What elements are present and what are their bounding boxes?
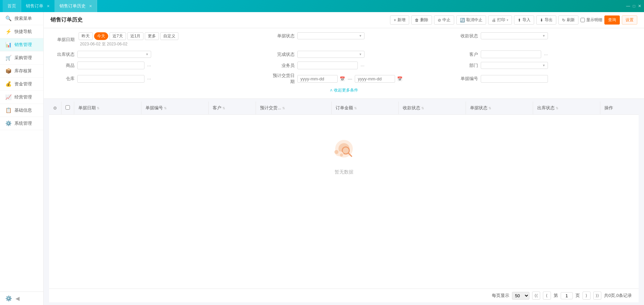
data-table: ⚙ 单据日期 ⇅ <box>49 102 639 115</box>
delete-label: 删除 <box>420 17 428 23</box>
date-yesterday-btn[interactable]: 昨天 <box>79 32 93 40</box>
settings-button[interactable]: 设置 <box>622 15 637 25</box>
tab-sales-order-close[interactable]: ✕ <box>47 4 50 8</box>
th-order-amount-label: 订单金额 <box>336 105 353 111</box>
th-customer-sort[interactable]: 客户 ⇅ <box>213 105 252 111</box>
sidebar-item-inventory[interactable]: 📦 库存核算 <box>0 65 43 78</box>
th-doc-number-sort[interactable]: 单据编号 ⇅ <box>145 105 204 111</box>
warehouse-dots-btn[interactable]: ··· <box>144 75 154 82</box>
th-delivery-date: 预计交货... ⇅ <box>256 102 331 115</box>
salesperson-input[interactable] <box>297 62 358 69</box>
th-checkbox <box>61 102 74 115</box>
page-header: 销售订单历史 + 新增 🗑 删除 ⊘ 中止 🔄 取消中止 <box>44 12 644 28</box>
delivery-status-select[interactable]: ▾ <box>77 51 151 58</box>
last-page-btn[interactable]: ⟩⟩ <box>593 292 601 300</box>
date-more-btn[interactable]: 更多 <box>145 32 159 40</box>
th-payment-status-sort[interactable]: 收款状态 ⇅ <box>403 105 462 111</box>
doc-number-sort-icon: ⇅ <box>164 106 167 110</box>
table-settings-icon[interactable]: ⚙ <box>53 106 57 111</box>
sidebar-item-capital-label: 资金管理 <box>14 81 32 87</box>
department-chevron: ▾ <box>543 63 545 68</box>
sidebar-item-quick-nav[interactable]: ⚡ 快捷导航 <box>0 25 43 38</box>
goods-dots-btn[interactable]: ··· <box>144 62 154 69</box>
payment-status-select[interactable]: ▾ <box>481 32 548 39</box>
calendar-end-icon[interactable]: 📅 <box>397 76 402 81</box>
th-doc-date-sort[interactable]: 单据日期 ⇅ <box>78 105 137 111</box>
cancel-stop-button[interactable]: 🔄 取消中止 <box>456 15 486 25</box>
stop-button[interactable]: ⊘ 中止 <box>434 15 454 25</box>
tab-list: 首页 销售订单 ✕ 销售订单历史 ✕ <box>3 0 97 12</box>
tab-sales-order[interactable]: 销售订单 ✕ <box>21 0 55 12</box>
date-today-btn[interactable]: 今天 <box>94 32 108 40</box>
sidebar-item-system[interactable]: ⚙️ 系统管理 <box>0 117 43 130</box>
delivery-date-end[interactable] <box>355 75 395 83</box>
doc-number-input[interactable] <box>481 75 548 83</box>
doc-status-select[interactable]: ▾ <box>297 32 364 39</box>
customer-dots-btn[interactable]: ··· <box>541 51 551 58</box>
delete-button[interactable]: 🗑 删除 <box>411 15 432 25</box>
delivery-date-start[interactable] <box>297 75 338 83</box>
import-button[interactable]: ⬆ 导入 <box>514 15 534 25</box>
date-7days-btn[interactable]: 近7天 <box>110 32 126 40</box>
salesperson-dots-btn[interactable]: ··· <box>358 62 367 69</box>
tab-sales-order-history-close[interactable]: ✕ <box>89 4 92 8</box>
customer-input[interactable] <box>481 50 541 58</box>
date-custom-btn[interactable]: 自定义 <box>160 32 178 40</box>
page-size-select[interactable]: 50 10 20 100 <box>512 292 529 300</box>
basic-info-icon: 📋 <box>5 107 12 113</box>
th-order-amount-sort[interactable]: 订单金额 ⇅ <box>336 105 394 111</box>
refresh-button[interactable]: ↻ 刷新 <box>558 15 578 25</box>
sidebar-item-purchase-mgmt[interactable]: 🛒 采购管理 <box>0 51 43 65</box>
goods-input[interactable] <box>77 62 144 69</box>
export-button[interactable]: ⬇ 导出 <box>536 15 556 25</box>
new-label: 新增 <box>397 17 405 23</box>
table-header-row: ⚙ 单据日期 ⇅ <box>49 102 639 115</box>
select-all-checkbox[interactable] <box>66 105 70 110</box>
sidebar-item-search-menu[interactable]: 🔍 搜索菜单 <box>0 12 43 25</box>
doc-status-label: 单据状态 <box>270 33 297 39</box>
next-page-btn[interactable]: ⟩ <box>583 292 591 300</box>
sidebar-item-search-menu-label: 搜索菜单 <box>14 15 32 22</box>
sidebar-item-sales-mgmt[interactable]: 📊 销售管理 <box>0 38 43 51</box>
empty-state: 暂无数据 <box>49 115 639 195</box>
sidebar-item-basic-info[interactable]: 📋 基础信息 <box>0 104 43 117</box>
close-btn[interactable]: ✕ <box>638 4 641 8</box>
show-detail-checkbox-label[interactable]: 显示明细 <box>581 17 602 23</box>
first-page-btn[interactable]: ⟨⟨ <box>532 292 540 300</box>
complete-status-select[interactable]: ▾ <box>297 51 364 58</box>
sidebar-item-sales-mgmt-label: 销售管理 <box>14 42 32 48</box>
show-detail-checkbox[interactable] <box>581 18 585 22</box>
date-dash: — <box>348 76 352 81</box>
collapse-btn[interactable]: ∧ 收起更多条件 <box>50 86 637 94</box>
department-select[interactable]: ▾ <box>481 62 548 69</box>
sidebar-collapse-icon[interactable]: ◀ <box>15 295 19 302</box>
top-bar: 首页 销售订单 ✕ 销售订单历史 ✕ — □ ✕ <box>0 0 644 12</box>
query-button[interactable]: 查询 <box>604 15 620 25</box>
calendar-start-icon[interactable]: 📅 <box>340 76 345 81</box>
sidebar-item-capital[interactable]: 💰 资金管理 <box>0 78 43 91</box>
minimize-btn[interactable]: — <box>626 4 630 8</box>
tab-home[interactable]: 首页 <box>3 0 21 12</box>
sidebar-settings-icon[interactable]: ⚙️ <box>5 295 12 302</box>
th-delivery-status-sort[interactable]: 出库状态 ⇅ <box>537 105 596 111</box>
print-button[interactable]: 🖨 打印 ▾ <box>488 15 512 25</box>
print-dropdown-icon: ▾ <box>507 18 508 22</box>
quick-nav-icon: ⚡ <box>5 29 12 35</box>
empty-state-icon <box>329 135 359 165</box>
prev-page-btn[interactable]: ⟨ <box>543 292 551 300</box>
new-icon: + <box>394 18 396 23</box>
sidebar-item-operations[interactable]: 📈 经营管理 <box>0 91 43 104</box>
new-button[interactable]: + 新增 <box>390 15 409 25</box>
tab-sales-order-history[interactable]: 销售订单历史 ✕ <box>55 0 97 12</box>
customer-sort-icon: ⇅ <box>222 106 225 110</box>
page-title: 销售订单历史 <box>50 16 83 24</box>
page-number-input[interactable] <box>561 292 573 299</box>
th-delivery-date-sort[interactable]: 预计交货... ⇅ <box>260 105 327 111</box>
date-1month-btn[interactable]: 近1月 <box>127 32 144 40</box>
stop-icon: ⊘ <box>438 18 441 23</box>
payment-status-sort-icon: ⇅ <box>421 106 424 110</box>
th-doc-status-sort[interactable]: 单据状态 ⇅ <box>470 105 529 111</box>
warehouse-input[interactable] <box>77 75 144 83</box>
import-label: 导入 <box>522 17 530 23</box>
maximize-btn[interactable]: □ <box>633 4 635 8</box>
